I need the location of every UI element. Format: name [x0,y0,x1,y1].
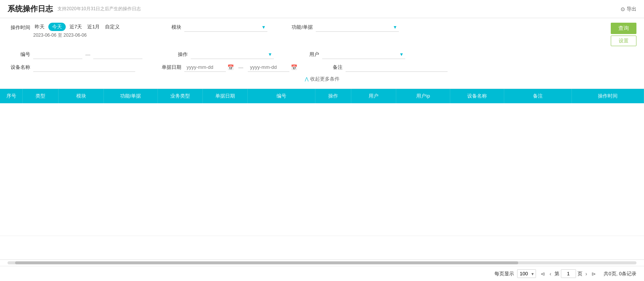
docdate-to[interactable] [248,63,289,72]
time-btn-today[interactable]: 今天 [48,23,66,31]
col-header-user: 用户 [351,89,396,103]
page-nav: ⊲ ‹ 第 页 › ⊳ [539,269,598,278]
device-label: 设备名称 [8,64,30,71]
time-btn-yesterday[interactable]: 昨天 [33,23,46,31]
device-input[interactable] [33,63,135,72]
settings-button[interactable]: 设置 [611,36,636,46]
col-header-remark: 备注 [504,89,572,103]
remark-label: 备注 [320,64,343,71]
time-btn-1month[interactable]: 近1月 [86,23,101,31]
operation-select[interactable] [191,50,274,59]
total-text: 共0页, 0条记录 [604,270,636,277]
col-header-module: 模块 [59,89,103,103]
scrollbar-thumb[interactable] [15,261,518,264]
operation-label: 操作 [165,51,188,58]
col-header-func: 功能/单据 [103,89,158,103]
user-select[interactable] [322,50,405,59]
per-page-select[interactable]: 100 10 20 50 [517,269,536,278]
calendar-to-icon[interactable]: 📅 [291,64,297,70]
empty-area [0,103,644,236]
export-label: 导出 [627,6,636,12]
collapse-icon: ⋀ [305,76,309,82]
remark-input[interactable] [346,63,448,72]
scrollbar-track[interactable] [8,261,636,264]
scrollbar-area[interactable] [0,259,644,266]
code-separator: — [85,52,90,57]
module-select[interactable] [184,23,267,32]
page-suffix: 页 [578,270,582,277]
col-header-docdate: 单据日期 [202,89,247,103]
col-header-type: 类型 [23,89,59,103]
function-label: 功能/单据 [290,24,313,31]
col-header-seq: 序号 [0,89,23,103]
page-input[interactable] [561,269,576,278]
collapse-button[interactable]: ⋀ 收起更多条件 [305,76,340,82]
col-header-biztype: 业务类型 [158,89,202,103]
page-title: 系统操作日志 [8,4,53,14]
data-table: 序号 类型 模块 功能/单据 业务类型 单据日期 编号 操作 用户 用户ip 设… [0,89,644,236]
time-btn-custom[interactable]: 自定义 [103,23,121,31]
code-input-from[interactable] [33,50,82,59]
col-header-userip: 用户ip [396,89,450,103]
pagination-bar: 每页显示 100 10 20 50 ▼ ⊲ ‹ 第 页 › ⊳ 共0页, 0条记… [0,266,644,281]
col-header-op: 操作 [315,89,351,103]
col-header-code: 编号 [248,89,315,103]
col-header-device: 设备名称 [450,89,504,103]
code-input-to[interactable] [93,50,142,59]
user-label: 用户 [297,51,319,58]
docdate-separator: — [238,65,243,70]
export-icon: ⊙ [621,6,625,12]
per-page-label: 每页显示 [494,270,514,277]
time-range: 2023-06-06 至 2023-06-06 [33,32,121,39]
export-button[interactable]: ⊙ 导出 [621,6,636,12]
docdate-from[interactable] [184,63,226,72]
time-label: 操作时间 [8,24,30,31]
col-header-optime: 操作时间 [572,89,644,103]
function-select[interactable] [316,23,399,32]
page-label: 第 [554,270,559,277]
module-label: 模块 [159,24,181,31]
query-button[interactable]: 查询 [611,23,636,34]
last-page-btn[interactable]: ⊳ [590,270,598,278]
first-page-btn[interactable]: ⊲ [539,270,547,278]
collapse-label: 收起更多条件 [310,76,340,82]
prev-page-btn[interactable]: ‹ [548,270,553,278]
docdate-label: 单据日期 [159,64,181,71]
time-btn-7days[interactable]: 近7天 [68,23,83,31]
page-subtitle: 支持2020年10月31日之后产生的操作日志 [57,6,141,12]
calendar-from-icon[interactable]: 📅 [227,64,234,70]
next-page-btn[interactable]: › [584,270,589,278]
code-label: 编号 [8,51,30,58]
